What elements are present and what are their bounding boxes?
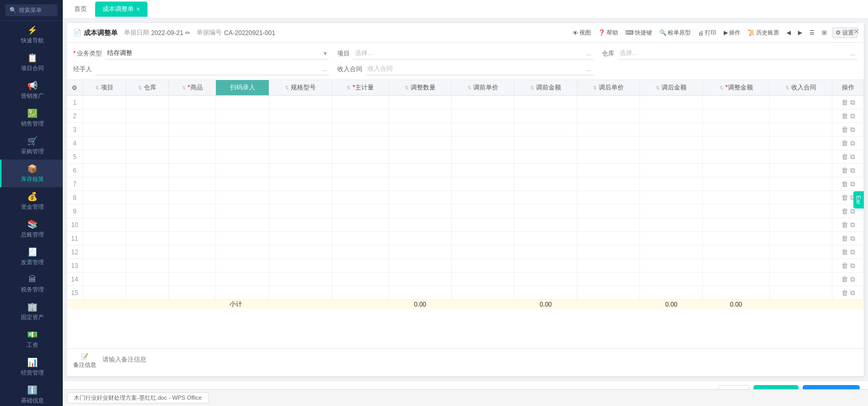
- row-income-contract[interactable]: [769, 96, 832, 109]
- row-scan[interactable]: [215, 218, 269, 232]
- row-after-unit-price[interactable]: [577, 245, 640, 259]
- row-adjust-amount[interactable]: [703, 137, 769, 150]
- row-after-unit-price[interactable]: [577, 259, 640, 273]
- row-project[interactable]: [83, 96, 125, 109]
- col-before-amount[interactable]: ⇅ 调前金额: [515, 80, 577, 96]
- row-copy-icon[interactable]: ⧉: [850, 153, 855, 161]
- row-spec[interactable]: [269, 137, 332, 150]
- row-warehouse[interactable]: [125, 286, 168, 300]
- print-action[interactable]: 🖨 打印: [696, 28, 718, 38]
- col-settings[interactable]: ⚙: [67, 80, 83, 96]
- row-adjust-amount[interactable]: [703, 191, 769, 205]
- row-scan[interactable]: [215, 109, 269, 123]
- row-before-unit-price[interactable]: [451, 109, 514, 123]
- sidebar-item-sales-mgmt[interactable]: 💹销售管理: [0, 104, 63, 132]
- handler-value-display[interactable]: ...: [95, 63, 329, 75]
- sidebar-item-ledger-mgmt[interactable]: 📚总账管理: [0, 215, 63, 243]
- row-before-amount[interactable]: [515, 137, 577, 150]
- row-goods[interactable]: [169, 164, 216, 177]
- row-project[interactable]: [83, 273, 125, 286]
- row-warehouse[interactable]: [125, 137, 168, 150]
- row-after-unit-price[interactable]: [577, 218, 640, 232]
- row-warehouse[interactable]: [125, 245, 168, 259]
- income-contract-dots[interactable]: ...: [586, 65, 591, 73]
- row-before-amount[interactable]: [515, 164, 577, 177]
- row-spec[interactable]: [269, 232, 332, 245]
- row-income-contract[interactable]: [769, 150, 832, 164]
- row-delete-icon[interactable]: 🗑: [841, 262, 848, 270]
- row-delete-icon[interactable]: 🗑: [841, 139, 848, 148]
- row-goods[interactable]: [169, 96, 216, 109]
- row-delete-icon[interactable]: 🗑: [841, 289, 848, 297]
- row-income-contract[interactable]: [769, 232, 832, 245]
- row-scan[interactable]: [215, 286, 269, 300]
- row-delete-icon[interactable]: 🗑: [841, 194, 848, 202]
- row-project[interactable]: [83, 150, 125, 164]
- row-adjust-qty[interactable]: [389, 259, 451, 273]
- row-income-contract[interactable]: [769, 137, 832, 150]
- row-adjust-amount[interactable]: [703, 259, 769, 273]
- row-delete-icon[interactable]: 🗑: [841, 248, 848, 256]
- row-goods[interactable]: [169, 273, 216, 286]
- row-project[interactable]: [83, 205, 125, 218]
- row-income-contract[interactable]: [769, 109, 832, 123]
- row-after-unit-price[interactable]: [577, 109, 640, 123]
- row-after-unit-price[interactable]: [577, 137, 640, 150]
- row-after-amount[interactable]: [640, 245, 703, 259]
- row-after-unit-price[interactable]: [577, 150, 640, 164]
- col-adjust-amount[interactable]: ⇅ *调整金额: [703, 80, 769, 96]
- row-delete-icon[interactable]: 🗑: [841, 153, 848, 161]
- row-after-amount[interactable]: [640, 218, 703, 232]
- row-after-unit-price[interactable]: [577, 96, 640, 109]
- row-adjust-qty[interactable]: [389, 205, 451, 218]
- row-copy-icon[interactable]: ⧉: [850, 248, 855, 256]
- row-unit[interactable]: [332, 191, 389, 205]
- sidebar-item-purchase-mgmt[interactable]: 🛒采购管理: [0, 132, 63, 160]
- row-income-contract[interactable]: [769, 218, 832, 232]
- row-scan[interactable]: [215, 150, 269, 164]
- row-after-amount[interactable]: [640, 177, 703, 191]
- row-scan[interactable]: [215, 177, 269, 191]
- row-delete-icon[interactable]: 🗑: [841, 207, 848, 216]
- row-after-unit-price[interactable]: [577, 177, 640, 191]
- sidebar-item-invoice-mgmt[interactable]: 🧾发票管理: [0, 243, 63, 270]
- taskbar-item[interactable]: 木门行业好业财处理方案-墨红红.doc - WPS Office: [67, 392, 209, 403]
- history-action[interactable]: 📜 历史账票: [746, 28, 781, 38]
- row-adjust-qty[interactable]: [389, 96, 451, 109]
- row-adjust-amount[interactable]: [703, 96, 769, 109]
- row-copy-icon[interactable]: ⧉: [850, 262, 855, 270]
- row-unit[interactable]: [332, 259, 389, 273]
- row-warehouse[interactable]: [125, 218, 168, 232]
- row-before-amount[interactable]: [515, 150, 577, 164]
- row-before-amount[interactable]: [515, 123, 577, 137]
- row-before-unit-price[interactable]: [451, 259, 514, 273]
- table-container[interactable]: ⚙ ⇅ 项目 ⇅ 仓库 ⇅ *商品 扫码录入 ⇅ 规格型号 ⇅ *主计量 ⇅ 调…: [67, 80, 864, 348]
- row-before-unit-price[interactable]: [451, 232, 514, 245]
- row-goods[interactable]: [169, 123, 216, 137]
- row-after-unit-price[interactable]: [577, 191, 640, 205]
- row-adjust-qty[interactable]: [389, 123, 451, 137]
- row-before-amount[interactable]: [515, 286, 577, 300]
- help-action[interactable]: ❓ 帮助: [596, 28, 620, 38]
- row-project[interactable]: [83, 123, 125, 137]
- notes-input[interactable]: [100, 353, 858, 372]
- row-goods[interactable]: [169, 191, 216, 205]
- row-unit[interactable]: [332, 218, 389, 232]
- row-goods[interactable]: [169, 286, 216, 300]
- row-after-amount[interactable]: [640, 286, 703, 300]
- row-scan[interactable]: [215, 245, 269, 259]
- row-adjust-amount[interactable]: [703, 123, 769, 137]
- sidebar-item-basic-info[interactable]: ℹ️基础信息: [0, 381, 63, 406]
- row-project[interactable]: [83, 232, 125, 245]
- sidebar-item-fund-mgmt[interactable]: 💰资金管理: [0, 187, 63, 215]
- handler-dots[interactable]: ...: [322, 65, 327, 73]
- row-before-amount[interactable]: [515, 273, 577, 286]
- row-after-amount[interactable]: [640, 164, 703, 177]
- row-delete-icon[interactable]: 🗑: [841, 98, 848, 107]
- row-income-contract[interactable]: [769, 273, 832, 286]
- row-adjust-qty[interactable]: [389, 164, 451, 177]
- row-scan[interactable]: [215, 232, 269, 245]
- row-unit[interactable]: [332, 164, 389, 177]
- row-copy-icon[interactable]: ⧉: [850, 98, 855, 107]
- shortcut-action[interactable]: ⌨ 快捷键: [623, 28, 654, 38]
